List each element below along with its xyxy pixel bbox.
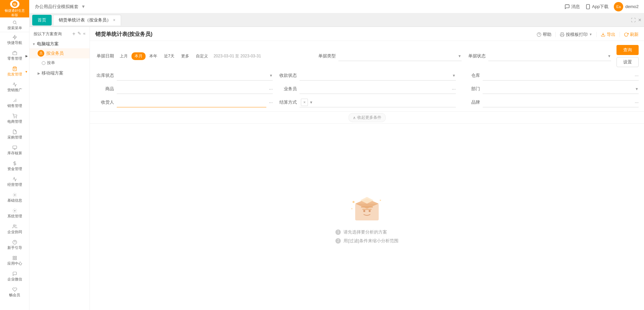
collapse-bar: ∧ 收起更多条件 [90, 112, 644, 124]
date-tab-7days[interactable]: 近7天 [161, 52, 177, 60]
tip-text-1: 请先选择要分析的方案 [343, 229, 387, 235]
content-area: 按以下方案查询 + ✎ « ▼ 电脑端方案 员 按业务员 [30, 27, 644, 310]
date-tab-this-year[interactable]: 本年 [146, 52, 160, 60]
warehouse-dots[interactable]: ··· [635, 73, 639, 78]
brand-select[interactable]: ··· [483, 97, 639, 107]
sidebar-item-cooperation[interactable]: 企业协同 [0, 221, 29, 237]
svg-point-36 [380, 200, 381, 201]
search-menu[interactable]: 搜索菜单 [0, 17, 29, 32]
sidebar-item-operations-label: 经营管理 [7, 182, 22, 187]
dept-select[interactable]: ▼ [483, 84, 639, 94]
salesperson-dots[interactable]: ··· [452, 86, 456, 92]
goods-dots[interactable]: ··· [269, 86, 273, 92]
settlement-arrow: ▼ [309, 100, 313, 104]
sidebar-item-apps[interactable]: 应用中心 [0, 253, 29, 269]
svg-rect-21 [13, 256, 14, 258]
out-status-select[interactable]: ▼ [117, 70, 273, 81]
sidebar-item-wechat-label: 企业微信 [7, 277, 22, 282]
tab-report[interactable]: 销货单统计表（按业务员） × [53, 15, 121, 25]
doc-status-label: 单据状态 [467, 53, 486, 59]
print-dropdown-icon[interactable]: ▼ [589, 33, 592, 36]
svg-point-39 [369, 210, 371, 212]
tree-sub-item-by-doc[interactable]: 按单 [30, 58, 90, 67]
collapse-btn[interactable]: ∧ 收起更多条件 [348, 113, 386, 122]
filter-date: 单据日期 上月 本月 本年 近7天 更多 自定义 2023-03-01 至 20… [95, 52, 312, 60]
settlement-tag: × [301, 99, 308, 106]
sidebar-item-marketing-label: 营销推广 [7, 88, 22, 93]
add-scheme-btn[interactable]: + [72, 31, 75, 37]
export-label: 导出 [607, 32, 615, 38]
help-btn[interactable]: 帮助 [537, 32, 551, 38]
mobile-group-title[interactable]: ▶ 移动端方案 [30, 69, 90, 78]
sidebar-item-inventory[interactable]: 库存核算 [0, 143, 29, 158]
mobile-arrow-icon: ▶ [38, 71, 40, 75]
tabs-right: ⛶ × [631, 17, 641, 23]
date-tab-more[interactable]: 更多 [178, 52, 192, 60]
filter-dept: 部门 ▼ [461, 84, 639, 94]
sidebar-item-retail[interactable]: 零售管理 ▶ [0, 48, 29, 64]
filter-payment-status: 收款状态 ▼ [278, 70, 455, 81]
date-tab-custom[interactable]: 自定义 [193, 52, 211, 60]
user-area[interactable]: Ea demo2 [614, 2, 639, 11]
tab-close-window-icon[interactable]: × [638, 17, 641, 23]
date-tab-this-month[interactable]: 本月 [131, 52, 146, 60]
main-content: 办公用品行业模拟账套 ▼ 消息 App下载 Ea demo2 首页 [30, 0, 644, 310]
sidebar-item-purchase[interactable]: 采购管理 [0, 127, 29, 143]
tab-report-label: 销货单统计表（按业务员） [59, 17, 111, 23]
sidebar-item-system[interactable]: 系统管理 [0, 206, 29, 221]
doc-status-select[interactable]: ▼ [488, 51, 611, 61]
date-tab-last-month[interactable]: 上月 [117, 52, 131, 60]
filter-warehouse: 仓库 ··· [461, 70, 639, 81]
svg-point-38 [363, 210, 365, 212]
sidebar-item-operations[interactable]: 经营管理 [0, 174, 29, 190]
svg-point-17 [14, 210, 15, 211]
receiver-input[interactable] [117, 97, 266, 107]
tree-item-by-salesperson[interactable]: 员 按业务员 [30, 48, 90, 58]
message-btn[interactable]: 消息 [565, 4, 580, 10]
dept-label: 部门 [461, 86, 480, 92]
sidebar-item-marketing[interactable]: 营销推广 [0, 80, 29, 95]
export-btn[interactable]: 导出 [601, 32, 615, 38]
date-label: 单据日期 [95, 53, 114, 59]
refresh-btn[interactable]: 刷新 [624, 32, 639, 38]
empty-content: 1 请先选择要分析的方案 2 用[过滤]条件来缩小分析范围 [90, 124, 644, 310]
svg-point-2 [13, 21, 16, 23]
warehouse-label: 仓库 [461, 72, 480, 79]
payment-status-select[interactable]: ▼ [300, 70, 455, 81]
edit-scheme-btn[interactable]: ✎ [77, 31, 81, 37]
svg-rect-24 [13, 258, 14, 260]
goods-select[interactable]: ··· [117, 84, 273, 94]
sidebar-item-basic[interactable]: 基础信息 [0, 190, 29, 206]
doc-type-select[interactable]: ▼ [338, 51, 461, 61]
collapse-panel-btn[interactable]: « [83, 31, 86, 37]
settlement-tag-close[interactable]: × [303, 100, 306, 105]
brand-dots[interactable]: ··· [635, 100, 639, 105]
sidebar-item-wholesale[interactable]: 批发管理 ▼ [0, 64, 29, 80]
print-btn[interactable]: 按模板打印 ▼ [560, 32, 592, 38]
settings-btn[interactable]: 设置 [616, 57, 639, 67]
tab-home[interactable]: 首页 [32, 15, 52, 25]
warehouse-select[interactable]: ··· [483, 70, 639, 81]
dropdown-icon[interactable]: ▼ [81, 4, 86, 9]
sidebar-item-guide[interactable]: 新手引导 [0, 237, 29, 253]
sidebar: 畅 畅捷通好生意 标版 搜索菜单 快捷导航 零售管理 ▶ 批发管理 ▼ 营销推广… [0, 0, 30, 310]
sidebar-item-member[interactable]: 畅会员 [0, 285, 29, 300]
sidebar-quick-nav[interactable]: 快捷导航 [0, 32, 29, 48]
query-btn[interactable]: 查询 [616, 45, 639, 55]
sidebar-item-finance[interactable]: 资金管理 [0, 158, 29, 174]
salesperson-select[interactable]: ··· [300, 84, 455, 94]
app-download-label: App下载 [592, 4, 608, 10]
sidebar-item-wechat[interactable]: 企业微信 [0, 269, 29, 285]
desktop-group-title[interactable]: ▼ 电脑端方案 [30, 40, 90, 48]
sidebar-item-wholesale-label: 批发管理 [7, 72, 22, 77]
sidebar-item-ecommerce[interactable]: 电商管理 [0, 111, 29, 127]
desktop-arrow-icon: ▼ [32, 42, 36, 46]
tab-maximize-icon[interactable]: ⛶ [631, 17, 636, 23]
sidebar-item-sales[interactable]: 销售管理 [0, 95, 29, 111]
tab-close-icon[interactable]: × [113, 18, 115, 22]
app-download-btn[interactable]: App下载 [585, 4, 608, 10]
sidebar-item-apps-label: 应用中心 [7, 261, 22, 266]
svg-rect-34 [362, 209, 372, 210]
receiver-dots[interactable]: ··· [269, 100, 273, 105]
left-panel: 按以下方案查询 + ✎ « ▼ 电脑端方案 员 按业务员 [30, 27, 90, 310]
